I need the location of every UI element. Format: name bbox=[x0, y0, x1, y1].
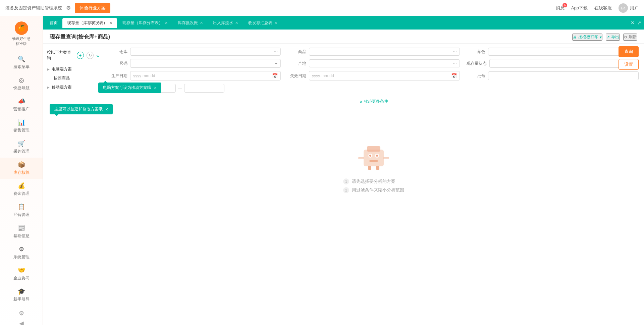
expiry-calendar-icon: 📅 bbox=[451, 73, 457, 78]
sidebar-item-label: 库存核算 bbox=[13, 170, 30, 175]
online-support[interactable]: 在线客服 bbox=[594, 5, 612, 11]
print-icon: 🖨 bbox=[573, 35, 577, 40]
sidebar-item-inventory[interactable]: 📦 库存核算 bbox=[0, 158, 43, 179]
notification-badge: 6 bbox=[562, 3, 567, 7]
sidebar-item-operations[interactable]: 📋 经营管理 bbox=[0, 200, 43, 221]
logo-icon: 🍊 bbox=[15, 21, 28, 35]
tab-close-all-icon[interactable]: ✕ bbox=[631, 20, 635, 25]
tab-collect-report[interactable]: 收发存汇总表 ✕ bbox=[244, 18, 282, 28]
batch-filter-row: 批号 bbox=[467, 71, 639, 80]
scheme-desktop-child-0[interactable]: 按照商品 bbox=[50, 74, 103, 83]
expiry-date-input[interactable]: yyyy-mm-dd 📅 bbox=[309, 71, 460, 80]
avatar: Ea bbox=[619, 3, 628, 13]
main-layout: 🍊 畅通好生意 标准版 🔍 搜索菜单 ◎ 快捷导航 📣 营销推广 📊 销售管理 … bbox=[0, 16, 644, 325]
production-date-value: yyyy-mm-dd bbox=[133, 73, 155, 78]
tab-close-icon[interactable]: ✕ bbox=[274, 21, 277, 25]
svg-rect-0 bbox=[364, 150, 384, 166]
color-control[interactable]: ▾ bbox=[488, 48, 639, 56]
sidebar-item-quick-nav[interactable]: ◎ 快捷导航 bbox=[0, 73, 43, 94]
experience-button[interactable]: 体验行业方案 bbox=[75, 3, 110, 13]
search-button[interactable]: 查询 bbox=[619, 46, 639, 57]
sidebar-collapse-icon[interactable]: ◀ bbox=[19, 320, 24, 325]
warehouse-filter-row: 仓库 ⋯ bbox=[109, 48, 281, 56]
right-content: 仓库 ⋯ 商品 ⋯ bbox=[103, 44, 644, 220]
scheme-mobile-item[interactable]: ▶ 移动端方案 bbox=[43, 83, 103, 92]
user-area[interactable]: Ea 用户 bbox=[619, 3, 639, 13]
tab-close-icon[interactable]: ✕ bbox=[235, 21, 238, 25]
app-download[interactable]: App下载 bbox=[571, 5, 588, 11]
empty-hint-2: 2 用过滤条件来缩小分析范围 bbox=[343, 187, 404, 193]
collapse-button[interactable]: ∧ 收起更多条件 bbox=[360, 99, 388, 104]
scheme-desktop-label: 电脑端方案 bbox=[52, 66, 72, 72]
sidebar-item-search-menu[interactable]: 🔍 搜索菜单 bbox=[0, 52, 43, 73]
tooltip-scheme2: 这里可以创建和修改方案哦 × bbox=[50, 104, 103, 114]
sidebar-item-purchase[interactable]: 🛒 采购管理 bbox=[0, 137, 43, 158]
sidebar-item-label: 搜索菜单 bbox=[13, 64, 30, 70]
filter-refresh-button[interactable]: ↻ bbox=[87, 52, 94, 59]
scheme-desktop-item[interactable]: ▶ 电脑端方案 bbox=[43, 64, 103, 74]
page-actions: 🖨 按模板打印 ▾ ↗ 导出 ↻ 刷新 bbox=[572, 34, 637, 41]
tab-batch-account[interactable]: 库存批次账 ✕ bbox=[173, 18, 208, 28]
expand-arrow-mobile-icon: ▶ bbox=[47, 86, 50, 89]
filter-header: 按以下方案查询 + ↻ « bbox=[43, 46, 103, 64]
sidebar-item-label: 系统管理 bbox=[13, 254, 30, 260]
stock-status-select[interactable] bbox=[489, 59, 639, 68]
expand-arrow-icon: ▶ bbox=[47, 67, 50, 71]
sidebar-item-guide[interactable]: 🎓 新手引导 bbox=[0, 284, 43, 306]
empty-hints: 1 请先选择要分析的方案 2 用过滤条件来缩小分析范围 bbox=[343, 178, 404, 193]
sidebar-item-basic-info[interactable]: 📰 基础信息 bbox=[0, 221, 43, 242]
filter-fields-area: 仓库 ⋯ 商品 ⋯ bbox=[103, 44, 644, 107]
reset-button[interactable]: 设置 bbox=[619, 59, 639, 70]
filter-row-1: 仓库 ⋯ 商品 ⋯ bbox=[109, 48, 639, 56]
origin-control[interactable]: ⋯ bbox=[309, 59, 460, 67]
sidebar-item-system[interactable]: ⚙ 系统管理 bbox=[0, 242, 43, 263]
stock-main-sep: — bbox=[178, 86, 182, 91]
page-content: 现存量查询(按仓库+商品) 🖨 按模板打印 ▾ ↗ 导出 ↻ 刷新 bbox=[43, 30, 644, 325]
warehouse-control[interactable]: ⋯ bbox=[130, 48, 281, 56]
sales-icon: 📊 bbox=[18, 119, 25, 126]
scheme-mobile-label: 移动端方案 bbox=[52, 85, 72, 90]
tab-close-icon[interactable]: ✕ bbox=[200, 21, 203, 25]
tab-bar-end: ✕ ⤢ bbox=[631, 20, 641, 25]
tab-home[interactable]: 首页 bbox=[46, 18, 62, 28]
sidebar-settings-icon[interactable]: ⚙ bbox=[19, 310, 24, 317]
filter-add-button[interactable]: + bbox=[77, 52, 84, 59]
settings-icon[interactable]: ⚙ bbox=[66, 5, 71, 11]
notification-button[interactable]: 消息 6 bbox=[556, 5, 565, 11]
sidebar-item-label: 快捷导航 bbox=[13, 85, 30, 91]
logo-area: 🍊 畅通好生意 标准版 bbox=[12, 19, 31, 52]
svg-rect-9 bbox=[368, 166, 371, 170]
svg-rect-1 bbox=[367, 146, 380, 152]
sidebar-item-sales[interactable]: 📊 销售管理 bbox=[0, 115, 43, 137]
filter-back-button[interactable]: « bbox=[96, 53, 99, 58]
sidebar-item-finance[interactable]: 💰 资金管理 bbox=[0, 179, 43, 200]
stock-main-to-input[interactable] bbox=[184, 84, 224, 93]
batch-input[interactable] bbox=[488, 71, 639, 80]
hint-num-2: 2 bbox=[343, 187, 349, 193]
chevron-down-icon: ▾ bbox=[600, 35, 602, 40]
template-print-button[interactable]: 🖨 按模板打印 ▾ bbox=[572, 34, 602, 41]
batch-label: 批号 bbox=[467, 73, 485, 79]
production-date-input[interactable]: yyyy-mm-dd 📅 bbox=[130, 71, 281, 80]
tab-inventory-dist[interactable]: 现存量（库存分布表） ✕ bbox=[118, 18, 172, 28]
goods-dropdown-icon: ⋯ bbox=[453, 49, 457, 54]
main-wrapper: 按以下方案查询 + ↻ « ▶ 电脑端方案 按照商品 bbox=[43, 44, 644, 220]
hint-num-1: 1 bbox=[343, 178, 349, 184]
stock-status-label: 现存量状态 bbox=[467, 61, 487, 66]
sidebar-item-marketing[interactable]: 📣 营销推广 bbox=[0, 94, 43, 115]
content-area: 首页 现存量（库存状况表） ✕ 现存量（库存分布表） ✕ 库存批次账 ✕ 出入库… bbox=[43, 16, 644, 325]
tab-close-icon[interactable]: ✕ bbox=[109, 21, 112, 25]
tab-fullscreen-icon[interactable]: ⤢ bbox=[637, 20, 641, 25]
purchase-icon: 🛒 bbox=[18, 140, 25, 147]
sidebar-item-enterprise[interactable]: 🤝 企业协同 bbox=[0, 263, 43, 284]
scheme-child-label: 按照商品 bbox=[54, 75, 70, 81]
tab-inventory-status[interactable]: 现存量（库存状况表） ✕ bbox=[62, 18, 117, 28]
tab-close-icon[interactable]: ✕ bbox=[165, 21, 168, 25]
tab-in-out-flow[interactable]: 出入库流水 ✕ bbox=[208, 18, 243, 28]
warehouse-dropdown-icon: ⋯ bbox=[274, 49, 278, 54]
logo-text: 畅通好生意 标准版 bbox=[12, 36, 31, 47]
refresh-button[interactable]: ↻ 刷新 bbox=[623, 34, 637, 41]
export-button[interactable]: ↗ 导出 bbox=[606, 34, 620, 41]
goods-control[interactable]: ⋯ bbox=[309, 48, 460, 56]
size-select[interactable] bbox=[130, 59, 281, 68]
